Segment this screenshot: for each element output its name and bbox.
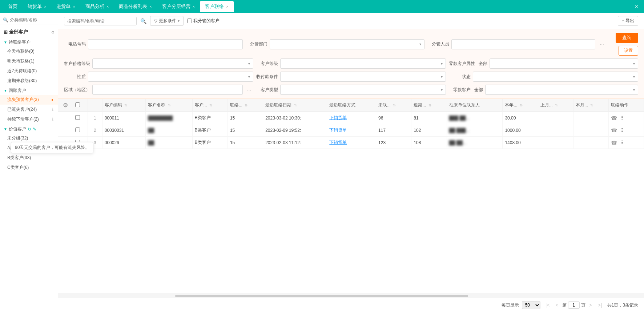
horizontal-scrollbar[interactable] bbox=[58, 293, 644, 298]
more-action-icon-2[interactable]: ⠿ bbox=[620, 127, 624, 133]
td-level-1: B类客户 bbox=[192, 112, 228, 124]
th-overdue[interactable]: 逾期... ⇅ bbox=[411, 99, 447, 112]
th-level[interactable]: 客户... ⇅ bbox=[192, 99, 228, 112]
td-unit-contact-2: ██ ███... bbox=[447, 124, 503, 137]
close-all-button[interactable]: × bbox=[632, 3, 641, 10]
region-ellipsis-btn[interactable]: ··· bbox=[245, 87, 254, 93]
filter-label-customer-level: 客户等级 bbox=[256, 61, 278, 67]
tab-customer-tier[interactable]: 客户分层经营 × bbox=[157, 1, 200, 12]
first-page-btn[interactable]: |< bbox=[543, 301, 552, 309]
sidebar-item-b-class[interactable]: B类客户(33) bbox=[0, 153, 58, 163]
filter-select-dept[interactable]: ▾ bbox=[270, 39, 424, 49]
th-code[interactable]: 客户编码 ⇅ bbox=[102, 99, 145, 112]
more-action-icon-1[interactable]: ⠿ bbox=[620, 115, 624, 121]
close-customer-tier-tab[interactable]: × bbox=[193, 4, 195, 9]
my-customers-checkbox[interactable] bbox=[187, 19, 192, 23]
sidebar-item-loss-warning[interactable]: 流失预警客户(3) ● bbox=[0, 95, 58, 105]
my-customers-checkbox-label[interactable]: 我分管的客户 bbox=[187, 18, 220, 24]
filter-search-icon[interactable]: 🔍 bbox=[140, 18, 146, 24]
close-sales-tab[interactable]: × bbox=[44, 4, 46, 9]
filter-select-zero-customer[interactable]: ▾ bbox=[485, 85, 638, 95]
th-contact[interactable]: 联络... ⇅ bbox=[228, 99, 263, 112]
filter-select-status[interactable]: ▾ bbox=[473, 72, 638, 82]
prev-page-btn[interactable]: < bbox=[553, 301, 560, 309]
filter-select-manager[interactable] bbox=[451, 39, 595, 49]
td-contact-2: 15 bbox=[228, 124, 263, 137]
sidebar-all-customers[interactable]: ⊞ 全部客户 « bbox=[0, 27, 58, 37]
close-analysis-tab[interactable]: × bbox=[106, 4, 109, 9]
filter-select-zero-attr[interactable]: ▾ bbox=[490, 58, 638, 69]
td-last-contact-method-1[interactable]: 下销货单 bbox=[327, 112, 376, 124]
th-this-year[interactable]: 本年... ⇅ bbox=[503, 99, 538, 112]
per-page-select[interactable]: 50 100 bbox=[522, 301, 540, 309]
last-page-btn[interactable]: >| bbox=[596, 301, 604, 309]
th-last-contact-date[interactable]: 最后联络日期 ⇅ bbox=[263, 99, 327, 112]
close-analysis-list-tab[interactable]: × bbox=[149, 4, 152, 9]
sidebar-item-already-lost[interactable]: 已流失客户(24) ℹ bbox=[0, 105, 58, 114]
th-last-month[interactable]: 上月... ⇅ bbox=[538, 99, 573, 112]
settings-gear-icon[interactable]: ⚙ bbox=[63, 102, 68, 108]
tab-sales[interactable]: 销货单 × bbox=[23, 1, 51, 12]
td-checkbox-1[interactable] bbox=[73, 112, 88, 124]
customer-type-dropdown-icon: ▾ bbox=[441, 88, 443, 92]
sidebar-item-tomorrow[interactable]: 明天待联络(1) bbox=[0, 56, 58, 66]
td-overdue-1: 81 bbox=[411, 112, 447, 124]
filter-input-phone[interactable] bbox=[88, 39, 243, 49]
row-checkbox-2[interactable] bbox=[75, 127, 80, 132]
sidebar-item-today[interactable]: 今天待联络(0) bbox=[0, 46, 58, 56]
filter-search-input[interactable] bbox=[64, 17, 137, 25]
td-checkbox-2[interactable] bbox=[73, 124, 88, 137]
th-unit-contact[interactable]: 往来单位联系人 bbox=[447, 99, 503, 112]
filter-select-customer-level[interactable]: ▾ bbox=[280, 58, 446, 69]
sidebar-search-input[interactable] bbox=[10, 17, 55, 23]
sidebar-group-lost[interactable]: ▼ 回顾客户 bbox=[0, 86, 58, 95]
refresh-icon[interactable]: ↻ bbox=[28, 127, 31, 132]
td-action-2: ☎ ⠿ bbox=[609, 124, 644, 137]
select-all-checkbox[interactable] bbox=[75, 102, 80, 107]
page-number-input[interactable] bbox=[568, 301, 580, 309]
tab-analysis[interactable]: 商品分析 × bbox=[80, 1, 114, 12]
tab-customer-contact[interactable]: 客户联络 × bbox=[200, 1, 233, 12]
close-customer-contact-tab[interactable]: × bbox=[226, 4, 228, 9]
settings-button[interactable]: 设置 bbox=[619, 46, 638, 56]
filter-select-nature[interactable]: ▾ bbox=[88, 72, 253, 82]
th-not-contacted[interactable]: 未联... ⇅ bbox=[376, 99, 411, 112]
sidebar-item-overdue[interactable]: 逾期未联络(30) bbox=[0, 76, 58, 86]
tab-analysis-list[interactable]: 商品分析列表 × bbox=[114, 1, 157, 12]
more-action-icon-3[interactable]: ⠿ bbox=[620, 140, 624, 146]
sidebar-item-retain-down[interactable]: 持续下滑客户(2) ℹ bbox=[0, 114, 58, 124]
td-last-contact-method-2[interactable]: 下销货单 bbox=[327, 124, 376, 137]
more-conditions-btn[interactable]: ▽ 更多条件 ▾ bbox=[150, 16, 184, 26]
th-last-contact-method[interactable]: 最后联络方式 bbox=[327, 99, 376, 112]
th-checkbox[interactable] bbox=[73, 99, 88, 112]
sidebar-group-value[interactable]: ▼ 价值客户 ↻ ✎ bbox=[0, 124, 58, 133]
manager-ellipsis-btn[interactable]: ··· bbox=[597, 41, 606, 47]
sidebar-item-c-class[interactable]: C类客户(6) bbox=[0, 163, 58, 173]
filter-select-customer-type[interactable]: ▾ bbox=[280, 85, 446, 95]
query-button[interactable]: 查询 bbox=[616, 33, 638, 43]
phone-action-icon-2[interactable]: ☎ bbox=[611, 127, 617, 133]
home-tab[interactable]: 首页 bbox=[3, 1, 23, 12]
collapse-icon: « bbox=[51, 29, 54, 35]
sidebar-item-week[interactable]: 近7天待联络(0) bbox=[0, 66, 58, 76]
sidebar-item-ungrouped[interactable]: 未分组(32) bbox=[0, 133, 58, 143]
sidebar-group-pending-contact[interactable]: ▼ 待联络客户 bbox=[0, 37, 58, 46]
close-purchase-tab[interactable]: × bbox=[73, 4, 75, 9]
phone-action-icon-1[interactable]: ☎ bbox=[611, 115, 617, 121]
th-this-month[interactable]: 本月... ⇅ bbox=[573, 99, 608, 112]
th-settings[interactable]: ⚙ bbox=[58, 99, 73, 112]
tab-purchase[interactable]: 进货单 × bbox=[51, 1, 80, 12]
row-checkbox-1[interactable] bbox=[75, 115, 80, 120]
filter-label-nature: 性质 bbox=[64, 74, 86, 80]
filter-select-region[interactable] bbox=[92, 85, 243, 95]
th-name[interactable]: 客户名称 ⇅ bbox=[146, 99, 192, 112]
export-btn[interactable]: ↑ 导出 bbox=[618, 16, 638, 26]
filter-select-price-level[interactable]: ▾ bbox=[92, 58, 253, 69]
td-last-contact-method-3[interactable]: 下销货单 bbox=[327, 137, 376, 149]
filter-select-payment-terms[interactable]: ▾ bbox=[280, 72, 446, 82]
edit-icon[interactable]: ✎ bbox=[33, 127, 36, 132]
phone-action-icon-3[interactable]: ☎ bbox=[611, 140, 617, 146]
next-page-btn[interactable]: > bbox=[587, 301, 594, 309]
table-row: 3 000026 ██ B类客户 15 2023-02-03 11:12: 下销… bbox=[58, 137, 644, 149]
filter-label-status: 状态 bbox=[449, 74, 471, 80]
